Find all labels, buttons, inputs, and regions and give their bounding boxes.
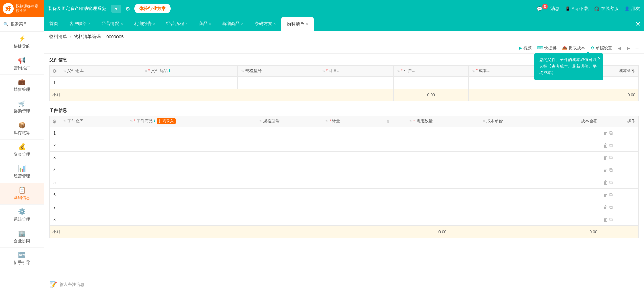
child-sort6[interactable]: ⇅ (409, 119, 412, 123)
child-row-1-warehouse[interactable] (60, 127, 126, 139)
child-row-3-goods[interactable] (126, 152, 256, 164)
child-row-4-spec[interactable] (256, 164, 322, 176)
tab-barcode[interactable]: 条码方案 × (249, 17, 281, 31)
copy-icon-8[interactable]: ⧉ (609, 217, 613, 222)
tab-operation-status[interactable]: 经营情况 × (96, 17, 128, 31)
child-row-1-unit-price[interactable] (479, 127, 545, 139)
copy-icon-2[interactable]: ⧉ (609, 142, 613, 148)
online-service-button[interactable]: 🎧 在线客服 (594, 5, 619, 12)
child-row-8-unit[interactable] (322, 213, 383, 226)
parent-row-1-production[interactable] (394, 77, 468, 89)
sort-icon2[interactable]: ⇅ (145, 69, 147, 73)
child-row-1-unit[interactable] (322, 127, 383, 139)
child-row-2-warehouse[interactable] (60, 139, 126, 152)
topbar-settings-button[interactable]: ⚙ (124, 4, 132, 13)
child-row-4-quantity[interactable] (406, 164, 479, 176)
copy-icon-3[interactable]: ⧉ (609, 155, 613, 161)
child-row-1-goods[interactable] (126, 127, 256, 139)
sidebar-item-basic-info[interactable]: 📋基础信息 (0, 183, 44, 205)
sidebar-item-purchase[interactable]: 🛒采购管理 (0, 96, 44, 118)
child-sort2[interactable]: ⇅ (130, 119, 133, 123)
sidebar-item-guide[interactable]: 🆕新手引导 (0, 248, 44, 269)
child-row-8-warehouse[interactable] (60, 213, 126, 226)
child-row-2-goods[interactable] (126, 139, 256, 152)
child-row-8-unit-price[interactable] (479, 213, 545, 226)
child-row-6-unit-price[interactable] (479, 189, 545, 201)
child-row-5-spec[interactable] (256, 176, 322, 189)
child-row-6-goods[interactable] (126, 189, 256, 201)
copy-icon-4[interactable]: ⧉ (609, 167, 613, 173)
sidebar-item-finance[interactable]: 💰资金管理 (0, 140, 44, 161)
child-sort5[interactable]: ⇅ (387, 120, 389, 124)
video-button[interactable]: ▶ 视频 (519, 45, 532, 51)
child-row-5-quantity[interactable] (406, 176, 479, 189)
child-row-2-spec[interactable] (256, 139, 322, 152)
delete-icon-4[interactable]: 🗑 (603, 167, 608, 173)
tab-profit-report[interactable]: 利润报告 × (128, 17, 161, 31)
child-row-1-extra[interactable] (383, 127, 406, 139)
tab-operation-history[interactable]: 经营历程 × (161, 17, 193, 31)
tab-home[interactable]: 首页 (44, 17, 64, 31)
child-sort7[interactable]: ⇅ (483, 119, 485, 123)
child-row-8-extra[interactable] (383, 213, 406, 226)
child-row-6-quantity[interactable] (406, 189, 479, 201)
child-row-3-extra[interactable] (383, 152, 406, 164)
delete-icon-3[interactable]: 🗑 (603, 155, 608, 161)
sidebar-item-inventory[interactable]: 📦库存核算 (0, 118, 44, 140)
extract-cost-button[interactable]: 📥 提取成本 (562, 45, 585, 51)
tab-customer[interactable]: 客户联络 × (64, 17, 96, 31)
delete-icon-6[interactable]: 🗑 (603, 192, 608, 198)
tab-operation-status-close[interactable]: × (121, 22, 123, 26)
child-row-1-quantity[interactable] (406, 127, 479, 139)
child-row-2-unit[interactable] (322, 139, 383, 152)
tab-operation-history-close[interactable]: × (185, 22, 187, 26)
child-row-4-unit[interactable] (322, 164, 383, 176)
delete-icon-1[interactable]: 🗑 (603, 130, 608, 136)
parent-row-1-goods[interactable] (141, 77, 238, 89)
child-row-3-quantity[interactable] (406, 152, 479, 164)
child-sort4[interactable]: ⇅ (325, 119, 328, 123)
child-row-6-spec[interactable] (256, 189, 322, 201)
search-menu-button[interactable]: 🔍 搜索菜单 (3, 20, 41, 28)
child-row-2-quantity[interactable] (406, 139, 479, 152)
parent-row-1-warehouse[interactable] (60, 77, 141, 89)
child-row-5-extra[interactable] (383, 176, 406, 189)
sidebar-item-marketing[interactable]: 📢营销推广 (0, 53, 44, 75)
user-button[interactable]: 👤 用友 (624, 5, 640, 12)
parent-settings-icon[interactable]: ⚙ (52, 68, 57, 74)
tab-bom-close[interactable]: × (306, 22, 308, 26)
child-row-5-warehouse[interactable] (60, 176, 126, 189)
child-row-6-warehouse[interactable] (60, 189, 126, 201)
child-row-7-spec[interactable] (256, 201, 322, 213)
scan-badge[interactable]: 扫码录入 (157, 118, 176, 124)
sidebar-item-operation[interactable]: 📊经营管理 (0, 161, 44, 183)
delete-icon-2[interactable]: 🗑 (603, 143, 608, 148)
system-dropdown-button[interactable]: ▼ (111, 5, 121, 13)
child-row-7-extra[interactable] (383, 201, 406, 213)
trial-button[interactable]: 体验行业方案 (134, 4, 171, 13)
shortcut-button[interactable]: ⌨ 快捷键 (537, 45, 557, 51)
child-row-5-unit[interactable] (322, 176, 383, 189)
child-row-3-unit[interactable] (322, 152, 383, 164)
copy-icon-1[interactable]: ⧉ (609, 130, 613, 136)
child-row-3-warehouse[interactable] (60, 152, 126, 164)
child-row-4-unit-price[interactable] (479, 164, 545, 176)
child-row-6-extra[interactable] (383, 189, 406, 201)
copy-icon-5[interactable]: ⧉ (609, 179, 613, 185)
child-row-2-unit-price[interactable] (479, 139, 545, 152)
tab-profit-report-close[interactable]: × (153, 22, 155, 26)
child-row-7-unit[interactable] (322, 201, 383, 213)
child-row-7-quantity[interactable] (406, 201, 479, 213)
sort-icon[interactable]: ⇅ (63, 69, 66, 73)
tab-customer-close[interactable]: × (88, 22, 90, 26)
child-row-1-spec[interactable] (256, 127, 322, 139)
parent-row-1-unit[interactable] (319, 77, 393, 89)
child-row-4-goods[interactable] (126, 164, 256, 176)
sidebar-item-sales[interactable]: 💼销售管理 (0, 75, 44, 96)
delete-icon-8[interactable]: 🗑 (603, 217, 608, 222)
tab-new-goods-close[interactable]: × (241, 22, 243, 26)
tooltip-close-button[interactable]: × (598, 55, 601, 62)
child-sort1[interactable]: ⇅ (63, 119, 66, 123)
child-row-8-quantity[interactable] (406, 213, 479, 226)
copy-icon-7[interactable]: ⧉ (609, 204, 613, 210)
